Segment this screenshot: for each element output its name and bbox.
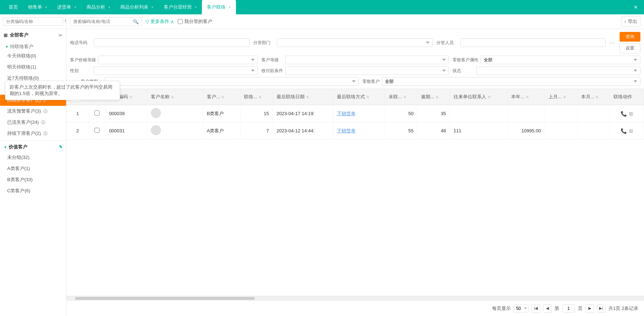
filter-payment-select[interactable]	[285, 66, 449, 75]
sidebar-item-c-class[interactable]: C类客户(6)	[0, 185, 66, 197]
pagination-bar: 每页显示 50 |◀ ◀ 第 页 ▶ ▶| 共1页 2条记录	[66, 300, 644, 316]
sidebar-search-input[interactable]	[3, 17, 63, 26]
cell-type-2: A类客户	[203, 122, 240, 140]
th-name-sort[interactable]: 客户名称 ⇅	[151, 94, 199, 100]
sidebar-item-ungroup-label: 未分组(32)	[7, 155, 29, 160]
filter-dept-select[interactable]	[277, 38, 433, 47]
search-icon[interactable]: 🔍	[133, 19, 139, 24]
th-type-sort[interactable]: 客户... ⇅	[207, 94, 237, 100]
th-contacts-sort[interactable]: 联络... ⇅	[244, 94, 269, 100]
last-page-button[interactable]: ▶|	[597, 304, 606, 313]
nav-customer-contact[interactable]: 客户联络 ×	[202, 0, 236, 14]
cell-this-month-1	[577, 105, 610, 122]
th-this-year: 本年... ⇅	[508, 89, 545, 105]
row-code-1: 000039	[109, 111, 125, 116]
sidebar-item-lost[interactable]: 已流失客户(24) ⓘ	[0, 117, 66, 128]
sidebar-item-a-class[interactable]: A类客户(1)	[0, 163, 66, 174]
filter-gender-select[interactable]	[94, 66, 258, 75]
nav-customer-segment[interactable]: 客户分层经营 ×	[159, 0, 202, 14]
sidebar: 🔍 ⊞ 全部客户 ≫ ▼ 待联络客户 今天待联络(0) 明天待联络(1) 近7天…	[0, 14, 66, 316]
filter-retail-customer-label: 零散客户	[362, 79, 380, 85]
th-last-date-sort[interactable]: 最后联络日期 ⇅	[277, 94, 329, 100]
action-more-icon-2[interactable]: ⊞	[629, 128, 633, 134]
export-button[interactable]: ↑ 导出	[621, 16, 641, 27]
sidebar-item-b-class[interactable]: B类客户(33)	[0, 174, 66, 185]
all-customers-header[interactable]: ⊞ 全部客户 ≫	[0, 29, 66, 41]
nav-product-analysis-label: 商品分析	[87, 0, 105, 14]
row-checkbox-2[interactable]	[94, 128, 99, 133]
value-group-edit-icon[interactable]: ✎	[59, 145, 62, 150]
scroll-thumb[interactable]	[75, 297, 255, 300]
row-checkbox-1[interactable]	[94, 110, 99, 115]
row-contacts-1: 15	[264, 111, 269, 116]
nav-purchase-close[interactable]: ×	[74, 0, 76, 14]
filter-customer-type-select[interactable]	[105, 77, 359, 86]
filter-person-input[interactable]	[460, 38, 606, 47]
filter-status-field: 状态	[453, 66, 640, 75]
table-header-row: ⚙ 客户编码 ⇅ 客户名称	[66, 89, 644, 105]
row-overdue-1: 35	[441, 111, 446, 116]
filter-customer-level-label: 客户等级	[261, 57, 283, 63]
th-overdue-sort[interactable]: 逾期... ⇅	[421, 94, 446, 100]
nav-sales[interactable]: 销售单 ×	[23, 0, 52, 14]
more-conditions-button[interactable]: ▽ 更多条件 ∧	[145, 18, 174, 25]
action-more-icon-1[interactable]: ⊞	[629, 111, 633, 117]
close-all-tabs-button[interactable]: ×	[631, 4, 640, 11]
sidebar-item-week-label: 近7天待联络(0)	[7, 75, 39, 81]
declining-info-icon: ⓘ	[43, 131, 47, 136]
th-this-year-sort[interactable]: 本年... ⇅	[511, 94, 541, 100]
cell-last-way-1: 下销货单	[333, 105, 385, 122]
th-last-way-sort[interactable]: 最后联络方式 ⇅	[337, 94, 381, 100]
filter-retail-customer-select[interactable]: 全部	[382, 77, 640, 86]
th-unit-contact-sort[interactable]: 往来单位联系人 ⇅	[454, 94, 504, 100]
page-number-input[interactable]	[562, 305, 575, 312]
action-phone-icon-2[interactable]: 📞	[621, 128, 627, 134]
th-this-month-sort[interactable]: 本月... ⇅	[581, 94, 606, 100]
sidebar-item-today[interactable]: 今天待联络(0)	[0, 51, 66, 62]
row-last-way-2[interactable]: 下销货单	[337, 128, 356, 133]
filter-phone-input[interactable]	[94, 38, 250, 47]
query-button[interactable]: 查询	[620, 32, 640, 42]
row-last-way-1[interactable]: 下销货单	[337, 111, 356, 116]
nav-purchase[interactable]: 进货单 ×	[52, 0, 81, 14]
per-page-select[interactable]: 50	[514, 305, 529, 312]
row-index-2: 2	[77, 128, 79, 133]
nav-sales-close[interactable]: ×	[45, 0, 47, 14]
horizontal-scrollbar[interactable]	[66, 296, 644, 300]
filter-status-select[interactable]	[476, 66, 640, 75]
sidebar-item-tomorrow[interactable]: 明天待联络(1)	[0, 62, 66, 73]
my-customers-checkbox[interactable]	[178, 19, 183, 24]
first-page-button[interactable]: |◀	[532, 304, 540, 313]
cell-code-1: 000039	[105, 105, 147, 122]
nav-product-analysis[interactable]: 商品分析 ×	[82, 0, 115, 14]
nav-customer-contact-close[interactable]: ×	[228, 0, 231, 14]
settings-button[interactable]: 设置	[620, 43, 640, 53]
prev-page-button[interactable]: ◀	[543, 304, 552, 313]
sort-icon-last-month: ⇅	[563, 95, 566, 99]
nav-customer-segment-close[interactable]: ×	[195, 0, 197, 14]
next-page-button[interactable]: ▶	[585, 304, 594, 313]
nav-product-analysis-close[interactable]: ×	[108, 0, 110, 14]
filter-customer-level-select[interactable]	[285, 56, 449, 64]
nav-product-analysis-list[interactable]: 商品分析列表 ×	[115, 0, 158, 14]
cell-last-month-1	[545, 105, 577, 122]
nav-home[interactable]: 首页	[4, 0, 23, 14]
action-phone-icon-1[interactable]: 📞	[621, 111, 627, 117]
th-last-month-sort[interactable]: 上月... ⇅	[548, 94, 574, 100]
th-type: 客户... ⇅	[203, 89, 240, 105]
value-customer-group[interactable]: ▼ 价值客户 ✎	[0, 142, 66, 152]
nav-product-analysis-list-close[interactable]: ×	[151, 0, 153, 14]
search-input[interactable]	[73, 19, 131, 24]
person-more-icon[interactable]: ···	[608, 39, 616, 47]
sidebar-item-ungroup[interactable]: 未分组(32)	[0, 152, 66, 163]
cell-last-month-2	[545, 122, 577, 140]
sidebar-collapse-icon[interactable]: ≫	[58, 33, 62, 38]
sidebar-item-declining[interactable]: 持续下滑客户(2) ⓘ	[0, 128, 66, 139]
waiting-contact-group[interactable]: ▼ 待联络客户	[0, 41, 66, 51]
th-unpaid-sort[interactable]: 未联... ⇅	[389, 94, 413, 100]
sort-icon-last-date: ⇅	[306, 95, 309, 99]
sidebar-item-today-label: 今天待联络(0)	[7, 53, 36, 58]
filter-price-level-select[interactable]	[98, 56, 258, 64]
filter-retail-attr-select[interactable]: 全部	[481, 56, 640, 64]
sidebar-item-losing[interactable]: 流失预警客户(3) ⓘ	[0, 106, 66, 117]
